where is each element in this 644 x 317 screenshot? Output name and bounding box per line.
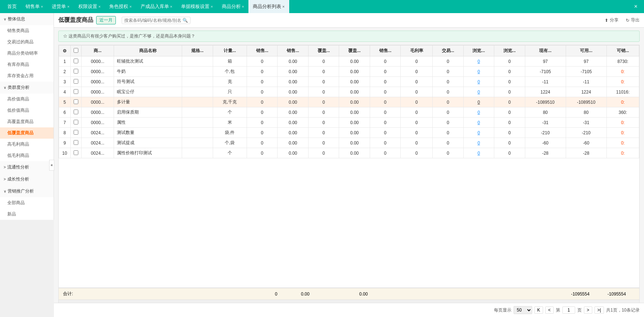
export-button[interactable]: ↻ 导出	[626, 17, 640, 23]
row-checkbox[interactable]	[71, 77, 82, 87]
sidebar-section-overall[interactable]: ∨ 整体信息	[0, 13, 54, 25]
sidebar-section-liquidity[interactable]: > 流通性分析	[0, 161, 54, 173]
nav-analysis[interactable]: 商品分析 ×	[217, 0, 248, 13]
nav-close-sales[interactable]: ×	[41, 4, 43, 9]
col-settings[interactable]: ⚙	[59, 45, 71, 56]
page-number-input[interactable]	[562, 306, 575, 314]
sidebar-item-stock-capital[interactable]: 库存资金占用	[0, 70, 54, 82]
last-page-button[interactable]: >|	[594, 306, 604, 314]
sidebar-section-marketing[interactable]: ∨ 营销推广分析	[0, 185, 54, 197]
row-checkbox[interactable]	[71, 87, 82, 97]
row-unit: 袋,件	[213, 128, 247, 138]
row-checkbox[interactable]	[71, 107, 82, 118]
window-close-button[interactable]: ×	[631, 3, 641, 10]
row-select-checkbox[interactable]	[74, 69, 78, 74]
sidebar-item-low-coverage[interactable]: 低覆盖度商品	[0, 127, 54, 139]
row-select-checkbox[interactable]	[74, 150, 78, 155]
search-input[interactable]	[124, 18, 182, 23]
row-gross-margin: 0	[401, 138, 433, 148]
row-no: 8	[59, 128, 71, 138]
row-view1[interactable]: 0	[463, 87, 494, 97]
nav-close-template[interactable]: ×	[211, 4, 213, 9]
row-view1[interactable]: 0	[463, 67, 494, 77]
row-sales-qty: 0	[247, 128, 277, 138]
row-checkbox[interactable]	[71, 118, 82, 128]
sidebar-item-low-margin[interactable]: 低毛利商品	[0, 150, 54, 161]
row-cov2: 0.00	[339, 138, 370, 148]
prev-page-button[interactable]: <	[545, 306, 554, 314]
sidebar-collapse-button[interactable]: «	[49, 160, 54, 171]
row-code: 0000...	[82, 107, 114, 118]
row-unit: 个	[213, 107, 247, 118]
nav-role[interactable]: 角色授权 ×	[105, 0, 136, 13]
row-checkbox[interactable]	[71, 148, 82, 158]
sidebar-item-high-coverage[interactable]: 高覆盖度商品	[0, 116, 54, 127]
sidebar-section-growth[interactable]: > 成长性分析	[0, 173, 54, 185]
row-view1[interactable]: 0	[463, 148, 494, 158]
search-icon[interactable]: 🔍	[182, 18, 188, 23]
filter-period-button[interactable]: 近一月	[96, 16, 116, 24]
sidebar-item-sales-goods[interactable]: 销售类商品	[0, 25, 54, 36]
select-all-checkbox[interactable]	[74, 48, 78, 53]
sidebar-item-low-value[interactable]: 低价值商品	[0, 105, 54, 116]
row-sales-amount: 0.00	[278, 107, 308, 118]
row-current-stock: -28	[525, 148, 566, 158]
row-select-checkbox[interactable]	[74, 89, 78, 94]
row-usable-stock: 97	[566, 56, 606, 67]
row-select-checkbox[interactable]	[74, 110, 78, 114]
nav-close-role[interactable]: ×	[129, 4, 131, 9]
col-trade: 交易...	[433, 45, 463, 56]
row-checkbox[interactable]	[71, 56, 82, 67]
nav-purchase[interactable]: 进货单 ×	[47, 0, 74, 13]
nav-permission[interactable]: 权限设置 ×	[74, 0, 105, 13]
row-select-checkbox[interactable]	[74, 120, 78, 124]
row-select-checkbox[interactable]	[74, 99, 78, 104]
sidebar-item-all-goods[interactable]: 全部商品	[0, 197, 54, 209]
sidebar-section-cluster[interactable]: ∨ 类群度分析	[0, 82, 54, 94]
col-view1: 浏览...	[463, 45, 494, 56]
nav-close-analysis[interactable]: ×	[242, 4, 244, 9]
row-cov1: 0	[308, 56, 339, 67]
row-checkbox[interactable]	[71, 128, 82, 138]
nav-template[interactable]: 单据模板设置 ×	[177, 0, 217, 13]
row-view1[interactable]: 0	[463, 107, 494, 118]
sidebar-item-high-margin[interactable]: 高毛利商品	[0, 139, 54, 150]
sidebar-item-traded-goods[interactable]: 交易过的商品	[0, 36, 54, 48]
share-button[interactable]: ⬆ 分享	[605, 17, 619, 23]
nav-close-analysis-list[interactable]: ×	[282, 4, 284, 9]
row-view1[interactable]: 0	[463, 56, 494, 67]
row-view1[interactable]: 0	[463, 97, 494, 107]
row-checkbox[interactable]	[71, 67, 82, 77]
next-page-button[interactable]: >	[584, 306, 592, 314]
nav-close-purchase[interactable]: ×	[67, 4, 69, 9]
row-name: 启用保质期	[114, 107, 182, 118]
nav-home[interactable]: 首页	[3, 0, 21, 13]
row-unit: 只	[213, 87, 247, 97]
nav-sales[interactable]: 销售单 ×	[21, 0, 47, 13]
settings-icon[interactable]: ⚙	[63, 48, 67, 54]
row-sales3: 0	[370, 56, 400, 67]
nav-product-warehouse[interactable]: 产成品入库单 ×	[136, 0, 177, 13]
sidebar-item-new-goods[interactable]: 新品	[0, 209, 54, 220]
page-size-select[interactable]: 50 100 200	[514, 306, 532, 314]
row-checkbox[interactable]	[71, 97, 82, 107]
row-view1[interactable]: 0	[463, 138, 494, 148]
row-view1[interactable]: 0	[463, 77, 494, 87]
sidebar-item-high-value[interactable]: 高价值商品	[0, 94, 54, 105]
sidebar-item-in-stock[interactable]: 有库存商品	[0, 59, 54, 70]
row-select-checkbox[interactable]	[74, 130, 78, 135]
nav-close-product-warehouse[interactable]: ×	[170, 4, 172, 9]
row-select-checkbox[interactable]	[74, 79, 78, 84]
row-checkbox[interactable]	[71, 138, 82, 148]
nav-close-permission[interactable]: ×	[98, 4, 101, 9]
nav-analysis-list[interactable]: 商品分析列表 ×	[248, 0, 289, 13]
row-view2: 0	[494, 148, 525, 158]
sidebar-item-category-rate[interactable]: 商品分类动销率	[0, 48, 54, 59]
row-select-checkbox[interactable]	[74, 59, 78, 63]
row-view1[interactable]: 0	[463, 128, 494, 138]
row-select-checkbox[interactable]	[74, 140, 78, 145]
horizontal-scrollbar[interactable]	[58, 300, 640, 303]
first-page-button[interactable]: K	[534, 306, 543, 314]
row-view1[interactable]: 0	[463, 118, 494, 128]
page-unit: 页	[577, 307, 582, 313]
